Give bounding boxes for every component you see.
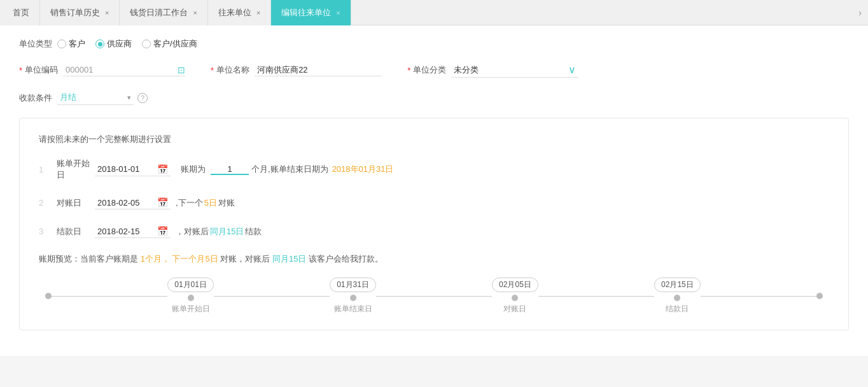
unit-name-input[interactable]	[255, 64, 382, 76]
period-suffix-3b: 结款	[245, 226, 262, 237]
preview-part2: 下一个月5日	[172, 254, 218, 264]
tab-edit-partner[interactable]: 编辑往来单位 ×	[271, 0, 351, 25]
period-suffix-2b: 对账	[218, 197, 235, 209]
tl-badge-4: 02月15日	[654, 278, 701, 292]
radio-circle-supplier	[95, 39, 104, 48]
payment-terms-value: 月结	[60, 92, 125, 103]
tab-close-icon[interactable]: ×	[193, 9, 197, 17]
end-date-highlight: 2018年01月31日	[332, 164, 394, 175]
unit-type-group: 单位类型 客户 供应商 客户/供应商	[19, 38, 197, 50]
copy-icon[interactable]: ⊡	[178, 65, 185, 75]
unit-info-row: * 单位编码 ⊡ * 单位名称 * 单位分类 未分类 ∨	[19, 62, 849, 78]
tab-close-icon[interactable]: ×	[105, 9, 109, 17]
start-date-input[interactable]	[97, 164, 155, 174]
radio-circle-customer	[57, 39, 66, 48]
payment-terms-select[interactable]: 月结 ▾	[57, 90, 134, 105]
tl-left-dot	[45, 293, 52, 299]
tl-seg-4	[538, 296, 654, 297]
tl-dot-1	[188, 295, 194, 301]
tab-close-icon[interactable]: ×	[336, 9, 340, 17]
period-suffix-2a: ,下一个	[176, 197, 203, 209]
tl-node-4: 02月15日 结款日	[654, 278, 701, 314]
period-num-input[interactable]	[211, 164, 249, 175]
period-num-1: 1	[39, 165, 52, 174]
preview-part3: 同月15日	[272, 254, 306, 264]
payment-day-highlight: 同月15日	[210, 226, 244, 237]
unit-code-input[interactable]	[63, 64, 175, 76]
preview-end: 该客户会给我打款。	[309, 254, 383, 264]
payment-terms-row: 收款条件 月结 ▾ ?	[19, 90, 849, 105]
unit-name-label: 单位名称	[216, 64, 249, 76]
tl-badge-2: 01月31日	[330, 278, 376, 292]
radio-supplier[interactable]: 供应商	[95, 38, 132, 50]
tl-badge-3: 02月05日	[492, 278, 538, 292]
dropdown-arrow-icon: ∨	[568, 64, 576, 76]
tab-cash-work[interactable]: 钱货日清工作台 ×	[120, 0, 207, 25]
unit-type-row: 单位类型 客户 供应商 客户/供应商	[19, 38, 849, 50]
required-star: *	[19, 66, 22, 75]
unit-name-group: * 单位名称	[211, 64, 382, 76]
preview-label: 账期预览：当前客户账期是	[39, 254, 138, 264]
tl-node-3: 02月05日 对账日	[492, 278, 538, 314]
unit-code-input-wrapper: ⊡	[63, 64, 185, 76]
tl-seg-5	[701, 296, 816, 297]
payment-date-input-group: 📅	[95, 225, 171, 238]
unit-code-group: * 单位编码 ⊡	[19, 64, 185, 76]
payment-date-input[interactable]	[97, 227, 155, 236]
tab-close-icon[interactable]: ×	[256, 9, 260, 17]
tab-sales-history[interactable]: 销售订单历史 ×	[40, 0, 120, 25]
main-content: 单位类型 客户 供应商 客户/供应商 * 单位编码	[0, 25, 868, 356]
unit-category-value: 未分类	[454, 64, 563, 76]
card-title: 请按照未来的一个完整帐期进行设置	[39, 134, 829, 145]
calendar-icon-1[interactable]: 📅	[157, 164, 168, 174]
period-label-2: 对账日	[57, 197, 95, 209]
calendar-icon-3[interactable]: 📅	[157, 226, 168, 236]
tl-badge-1: 01月01日	[167, 278, 214, 292]
reconcile-day-highlight: 5日	[204, 197, 217, 209]
start-date-input-group: 📅	[95, 163, 171, 176]
period-suffix-3a: ，对账后	[176, 226, 209, 237]
preview-part1: 1个月，	[141, 254, 170, 264]
tl-node-1: 01月01日 账单开始日	[167, 278, 214, 314]
period-suffix-months: 个月,账单结束日期为	[251, 164, 328, 175]
unit-code-label: 单位编码	[25, 64, 58, 76]
tl-label-3: 对账日	[503, 304, 526, 314]
tl-dot-4	[674, 295, 680, 301]
select-arrow-icon: ▾	[127, 94, 131, 102]
tl-seg-2	[214, 296, 330, 297]
period-num-3: 3	[39, 227, 52, 236]
timeline-row: 01月01日 账单开始日 01月31日 账单结束日	[45, 278, 823, 314]
preview-mid: 对账，对账后	[220, 254, 270, 264]
preview-text: 账期预览：当前客户账期是 1个月， 下一个月5日 对账，对账后 同月15日 该客…	[39, 253, 829, 265]
required-star: *	[407, 66, 410, 75]
period-label-3: 结款日	[57, 226, 95, 237]
payment-terms-label: 收款条件	[19, 92, 52, 104]
period-row-2: 2 对账日 📅 ,下一个 5日 对账	[39, 196, 829, 209]
help-icon[interactable]: ?	[137, 93, 148, 103]
tab-bar: 首页 销售订单历史 × 钱货日清工作台 × 往来单位 × 编辑往来单位 × ›	[0, 0, 868, 25]
tab-home[interactable]: 首页	[0, 0, 40, 25]
radio-group: 客户 供应商 客户/供应商	[57, 38, 197, 50]
radio-circle-both	[142, 39, 151, 48]
tl-node-2: 01月31日 账单结束日	[330, 278, 376, 314]
unit-type-label: 单位类型	[19, 38, 52, 50]
tab-overflow-arrow[interactable]: ›	[852, 8, 868, 18]
unit-category-select[interactable]: 未分类 ∨	[451, 62, 578, 78]
reconcile-date-input-group: 📅	[95, 196, 171, 209]
radio-both[interactable]: 客户/供应商	[142, 38, 197, 50]
radio-customer[interactable]: 客户	[57, 38, 85, 50]
tl-label-4: 结款日	[666, 304, 689, 314]
period-row-1: 1 账单开始日 📅 账期为 个月,账单结束日期为 2018年01月31日	[39, 158, 829, 181]
period-label-1: 账单开始日	[57, 158, 95, 181]
tl-seg-3	[376, 296, 492, 297]
unit-category-group: * 单位分类 未分类 ∨	[407, 62, 578, 78]
tl-dot-3	[512, 295, 518, 301]
period-suffix-1: 账期为	[181, 164, 206, 175]
tl-dot-2	[350, 295, 356, 301]
tl-right-dot	[816, 293, 823, 299]
calendar-icon-2[interactable]: 📅	[157, 197, 168, 208]
timeline-wrapper: 01月01日 账单开始日 01月31日 账单结束日	[39, 278, 829, 314]
reconcile-date-input[interactable]	[97, 198, 155, 208]
tab-partner[interactable]: 往来单位 ×	[208, 0, 271, 25]
tl-seg-1	[52, 296, 167, 297]
